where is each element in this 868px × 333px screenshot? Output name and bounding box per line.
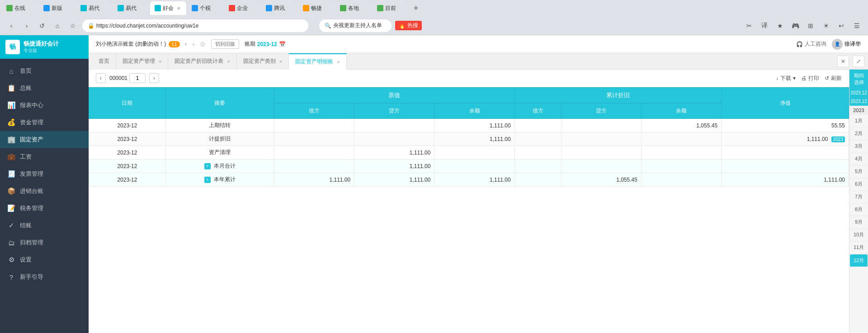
period-month-9[interactable]: 9月 xyxy=(849,216,868,229)
bookmark-button[interactable]: ☆ xyxy=(67,20,79,32)
row5-summary: + 本年累计 xyxy=(165,173,274,187)
star-icon[interactable]: ★ xyxy=(774,20,786,32)
switch-version-button[interactable]: 切到旧版 xyxy=(211,39,239,49)
print-button[interactable]: 🖨 打印 xyxy=(801,75,819,82)
plus-icon[interactable]: + xyxy=(192,41,195,48)
download-button[interactable]: ↓ 下载 ▾ xyxy=(776,75,796,82)
period-date-1[interactable]: 2023.12 xyxy=(849,89,868,97)
tab-home[interactable]: 首页 xyxy=(92,53,116,70)
close-all-tabs-button[interactable]: ✕ xyxy=(837,56,849,67)
sidebar-item-archive[interactable]: 🗂 归档管理 xyxy=(0,234,89,251)
period-month-6[interactable]: 6月 xyxy=(849,178,868,191)
th-original-value-group: 原值 xyxy=(274,88,514,103)
tab-fixed-assets-mgmt[interactable]: 固定资产管理 × xyxy=(116,53,168,70)
tab-asset-detail-ledger-label: 固定资产明细账 xyxy=(295,58,333,66)
invoice-icon: 🧾 xyxy=(7,170,15,178)
row2-dep-debit xyxy=(514,132,561,146)
sidebar-item-home[interactable]: ⌂ 首页 xyxy=(0,62,89,80)
sidebar-item-closing[interactable]: ✓ 结账 xyxy=(0,217,89,234)
sidebar-item-tax[interactable]: 📝 税务管理 xyxy=(0,200,89,217)
tab-label-5: 好会 xyxy=(163,5,174,12)
tab-asset-detail-ledger[interactable]: 固定资产明细账 × xyxy=(289,53,346,70)
expand-content-button[interactable]: ⤢ xyxy=(853,56,864,67)
translate-icon[interactable]: 译 xyxy=(759,20,770,32)
sidebar-item-fixed-assets[interactable]: 🏢 固定资产 xyxy=(0,131,89,148)
period-month-7[interactable]: 7月 xyxy=(849,191,868,203)
th-depreciation-group: 累计折旧 xyxy=(514,88,721,103)
sidebar-item-invoice[interactable]: 🧾 发票管理 xyxy=(0,165,89,183)
row5-net-value: 1,111.00 xyxy=(722,173,849,187)
tab-close-asset-detail-ledger[interactable]: × xyxy=(337,59,340,65)
period-date-2[interactable]: 2023.12 xyxy=(849,97,868,106)
grid-icon[interactable]: ⊞ xyxy=(805,20,816,32)
period-month-4[interactable]: 4月 xyxy=(849,153,868,165)
row4-summary-text: 本月合计 xyxy=(214,163,236,169)
period-month-1[interactable]: 1月 xyxy=(849,115,868,127)
sidebar-label-reports: 报表中心 xyxy=(20,101,43,109)
browser-tab-8[interactable]: 腾讯 xyxy=(261,1,297,15)
home-button[interactable]: ⌂ xyxy=(52,20,63,32)
period-panel-header: 期间 选择 xyxy=(849,70,868,89)
page-number-display: 000001 xyxy=(109,73,146,83)
tab-actions: ✕ ⤢ xyxy=(837,56,864,67)
sidebar-item-reports[interactable]: 📊 报表中心 xyxy=(0,97,89,114)
tab-depreciation-stats[interactable]: 固定资产折旧统计表 × xyxy=(168,53,236,70)
tab-label-2: 新版 xyxy=(52,5,62,12)
prev-page-button[interactable]: ‹ xyxy=(96,73,106,83)
period-month-11[interactable]: 11月 xyxy=(849,241,868,254)
browser-tab-6[interactable]: 个税 xyxy=(187,1,223,15)
download-icon: ↓ xyxy=(776,75,778,81)
menu-icon[interactable]: ☰ xyxy=(851,20,863,32)
new-tab-button[interactable]: + xyxy=(410,2,422,14)
period-month-3[interactable]: 3月 xyxy=(849,140,868,153)
tab-close-depreciation-stats[interactable]: × xyxy=(227,59,230,64)
page-input[interactable] xyxy=(129,73,146,83)
sidebar-item-payroll[interactable]: 💼 工资 xyxy=(0,148,89,165)
period-month-10[interactable]: 10月 xyxy=(849,229,868,241)
calendar-icon[interactable]: 📅 xyxy=(279,41,286,47)
service-button[interactable]: 🎧 人工咨询 xyxy=(796,40,826,48)
sidebar-item-settings[interactable]: ⚙ 设置 xyxy=(0,251,89,268)
tab-favicon-8 xyxy=(266,5,272,11)
sidebar-item-guide[interactable]: ? 新手引导 xyxy=(0,268,89,286)
hot-search-btn[interactable]: 🔥 热搜 xyxy=(395,21,422,30)
undo-icon[interactable]: ↩ xyxy=(835,20,847,32)
settings-small-icon[interactable]: ⚙ xyxy=(200,41,206,48)
sidebar-item-general-ledger[interactable]: 📋 总账 xyxy=(0,80,89,97)
headset-icon: 🎧 xyxy=(796,41,803,47)
period-month-5[interactable]: 5月 xyxy=(849,165,868,178)
browser-tab-close-5[interactable]: × xyxy=(177,5,180,11)
forward-button[interactable]: › xyxy=(21,20,33,32)
search-box[interactable]: 🔍 央视更新主持人名单 xyxy=(319,19,392,32)
sidebar-item-funds[interactable]: 💰 资金管理 xyxy=(0,114,89,131)
refresh-button[interactable]: ↺ 刷新 xyxy=(825,75,842,82)
tab-asset-category[interactable]: 固定资产类别 × xyxy=(237,53,289,70)
sidebar-label-archive: 归档管理 xyxy=(20,239,43,247)
brightness-icon[interactable]: ☀ xyxy=(820,20,832,32)
browser-tab-11[interactable]: 目前 xyxy=(373,1,409,15)
tab-close-asset-category[interactable]: × xyxy=(279,59,282,64)
tab-favicon-5 xyxy=(155,5,161,11)
row1-orig-debit xyxy=(274,119,354,132)
sidebar-item-inventory[interactable]: 📦 进销台账 xyxy=(0,183,89,200)
browser-tab-2[interactable]: 新版 xyxy=(39,1,75,15)
period-month-8[interactable]: 8月 xyxy=(849,203,868,216)
browser-tab-3[interactable]: 易代 xyxy=(76,1,112,15)
period-month-2[interactable]: 2月 xyxy=(849,127,868,140)
browser-tab-5[interactable]: 好会 × xyxy=(150,1,186,15)
tab-close-fixed-assets-mgmt[interactable]: × xyxy=(159,59,161,64)
scissors-icon[interactable]: ✂ xyxy=(743,20,755,32)
browser-tab-9[interactable]: 畅捷 xyxy=(298,1,335,15)
download-label: 下载 xyxy=(780,75,791,82)
next-page-button[interactable]: › xyxy=(149,73,159,83)
reload-button[interactable]: ↺ xyxy=(36,20,48,32)
sidebar-label-fixed-assets: 固定资产 xyxy=(20,136,43,144)
browser-tab-1[interactable]: 在线 xyxy=(2,1,38,15)
game-icon[interactable]: 🎮 xyxy=(789,20,801,32)
period-month-12[interactable]: 12月 xyxy=(850,254,868,267)
browser-tab-7[interactable]: 企业 xyxy=(224,1,260,15)
browser-tab-4[interactable]: 易代 xyxy=(113,1,149,15)
back-button[interactable]: ‹ xyxy=(5,20,17,32)
address-input[interactable]: 🔒 https://cloud.chanjet.com/accounting/u… xyxy=(82,19,308,32)
browser-tab-10[interactable]: 各地 xyxy=(335,1,372,15)
